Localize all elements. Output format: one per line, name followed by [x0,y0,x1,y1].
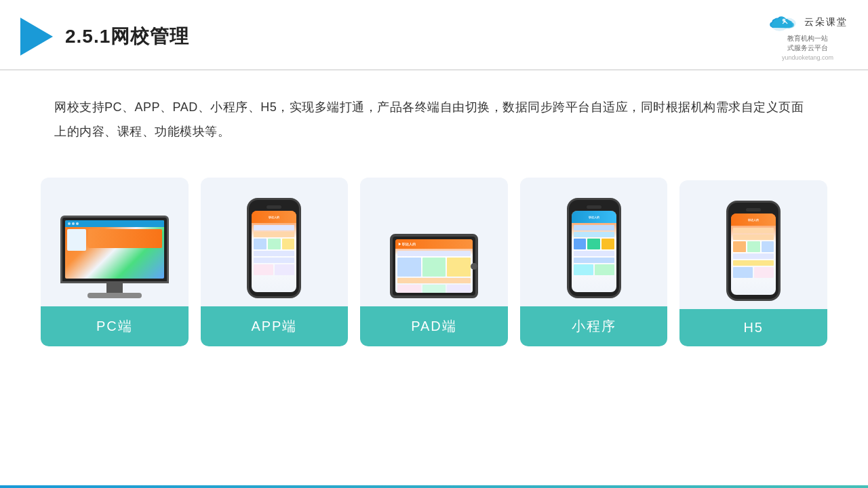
cloud-icon [768,12,800,33]
app-phone-screen: 职达人的 [252,211,296,292]
pad-card: ▶ 职达人的 [360,178,508,346]
h5-card: 职达人的 [679,180,827,346]
h5-image-area: 职达人的 [679,180,827,309]
h5-phone-outer: 职达人的 [726,201,781,301]
pc-screen-outer [60,216,169,283]
pc-label: PC端 [41,306,189,346]
header-left: 2.5.1网校管理 [20,18,189,56]
pad-tablet-mockup: ▶ 职达人的 [390,234,478,298]
page-title: 2.5.1网校管理 [65,24,189,49]
mini-phone-screen: 职达人的 [572,211,616,292]
pc-image-area [41,178,189,306]
h5-label: H5 [679,309,827,346]
pc-card: PC端 [41,178,189,346]
h5-phone-mockup: 职达人的 [726,201,781,301]
app-image-area: 职达人的 [201,178,349,306]
pad-tablet-screen: ▶ 职达人的 [395,239,473,293]
miniprogram-label: 小程序 [520,306,668,346]
pad-label: PAD端 [360,306,508,346]
brand-slogan: 教育机构一站式服务云平台 [787,34,828,53]
app-phone-outer: 职达人的 [247,198,301,298]
cards-container: PC端 职达人的 [0,164,868,367]
description-text: 网校支持PC、APP、PAD、小程序、H5，实现多端打通，产品各终端自由切换，数… [0,70,868,157]
pad-image-area: ▶ 职达人的 [360,178,508,306]
miniprogram-card: 职达人的 [520,178,668,346]
app-phone-mockup: 职达人的 [247,198,301,298]
brand-name: 云朵课堂 [804,16,848,28]
mini-phone-mockup: 职达人的 [567,198,621,298]
brand-icon: 云朵课堂 [768,12,848,33]
mini-phone-outer: 职达人的 [567,198,621,298]
pc-screen-inner [65,220,164,279]
logo-triangle-icon [20,18,53,56]
app-card: 职达人的 [201,178,349,346]
header: 2.5.1网校管理 云朵课堂 教育机构一站式服务云平台 yunduoketang… [0,0,868,70]
pad-tablet-outer: ▶ 职达人的 [390,234,478,298]
bottom-bar [0,485,868,488]
h5-phone-screen: 职达人的 [731,214,776,295]
miniprogram-image-area: 职达人的 [520,178,668,306]
pc-mockup [60,216,169,298]
description-paragraph: 网校支持PC、APP、PAD、小程序、H5，实现多端打通，产品各终端自由切换，数… [54,95,814,144]
brand-url: yunduoketang.com [782,54,833,61]
brand-logo: 云朵课堂 教育机构一站式服务云平台 yunduoketang.com [768,12,848,61]
app-label: APP端 [201,306,349,346]
